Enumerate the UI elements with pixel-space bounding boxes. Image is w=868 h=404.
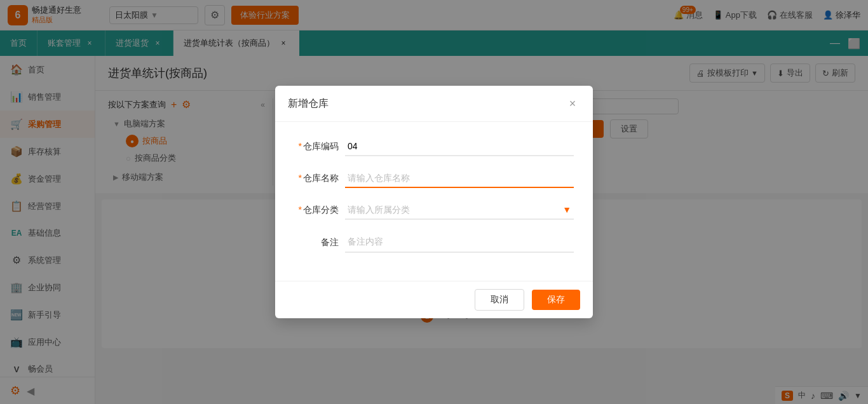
modal-header: 新增仓库 × bbox=[275, 86, 593, 122]
form-row-code: 仓库编码 bbox=[294, 137, 574, 156]
form-row-notes: 备注 bbox=[294, 232, 574, 253]
modal-body: 仓库编码 仓库名称 仓库分类 ▼ 备注 bbox=[275, 122, 593, 281]
save-button[interactable]: 保存 bbox=[532, 290, 580, 310]
name-input[interactable] bbox=[345, 169, 574, 188]
notes-input[interactable] bbox=[345, 232, 574, 253]
code-label: 仓库编码 bbox=[294, 141, 345, 152]
code-input[interactable] bbox=[345, 137, 574, 156]
category-select-wrap[interactable]: ▼ bbox=[345, 201, 574, 220]
category-label: 仓库分类 bbox=[294, 205, 345, 216]
category-input[interactable] bbox=[348, 205, 562, 215]
modal-close-button[interactable]: × bbox=[565, 96, 580, 111]
name-label: 仓库名称 bbox=[294, 173, 345, 184]
modal-title: 新增仓库 bbox=[288, 97, 329, 111]
modal-overlay[interactable]: 新增仓库 × 仓库编码 仓库名称 仓库分类 ▼ bbox=[0, 0, 868, 404]
modal-footer: 取消 保存 bbox=[275, 281, 593, 318]
form-row-name: 仓库名称 bbox=[294, 169, 574, 188]
form-row-category: 仓库分类 ▼ bbox=[294, 201, 574, 220]
category-dropdown-arrow: ▼ bbox=[562, 205, 571, 215]
cancel-button[interactable]: 取消 bbox=[475, 289, 524, 311]
notes-label: 备注 bbox=[294, 237, 345, 248]
add-warehouse-modal: 新增仓库 × 仓库编码 仓库名称 仓库分类 ▼ bbox=[275, 86, 593, 318]
